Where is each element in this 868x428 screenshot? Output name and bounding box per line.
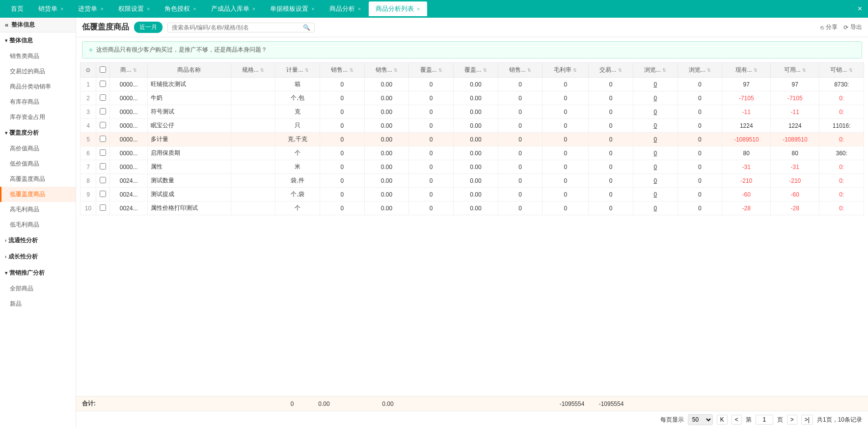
sidebar-item-capital[interactable]: 库存资金占用 bbox=[0, 110, 76, 125]
row-checkbox-input[interactable] bbox=[100, 191, 106, 197]
close-icon[interactable]: × bbox=[358, 6, 361, 12]
row-browse1[interactable]: 0 bbox=[633, 146, 678, 160]
col-available[interactable]: 可用... ⇅ bbox=[771, 63, 819, 78]
sidebar-item-sales-goods[interactable]: 销售类商品 bbox=[0, 49, 76, 64]
row-checkbox[interactable] bbox=[96, 119, 110, 133]
tab-home[interactable]: 首页 bbox=[4, 1, 30, 16]
close-icon[interactable]: × bbox=[193, 6, 196, 12]
close-icon[interactable]: × bbox=[252, 6, 255, 12]
row-checkbox-input[interactable] bbox=[100, 136, 106, 142]
row-checkbox-input[interactable] bbox=[100, 204, 106, 211]
col-browse1[interactable]: 浏览... ⇅ bbox=[633, 63, 678, 78]
row-browse1[interactable]: 0 bbox=[633, 188, 678, 201]
row-browse1[interactable]: 0 bbox=[633, 91, 678, 105]
row-checkbox[interactable] bbox=[96, 188, 110, 201]
share-button[interactable]: ⎋ 分享 bbox=[820, 23, 838, 31]
tab-finished-goods[interactable]: 产成品入库单 × bbox=[204, 1, 262, 16]
col-current-stock[interactable]: 现有... ⇅ bbox=[722, 63, 771, 78]
row-browse1[interactable]: 0 bbox=[633, 160, 678, 174]
tab-sales[interactable]: 销货单 × bbox=[31, 1, 70, 16]
sidebar-item-all-goods[interactable]: 全部商品 bbox=[0, 281, 76, 296]
sidebar-section-flow[interactable]: › 流通性分析 bbox=[0, 232, 76, 249]
page-number-input[interactable] bbox=[756, 415, 773, 425]
col-sales-days[interactable]: 销售... ⇅ bbox=[498, 63, 542, 78]
first-page-button[interactable]: K bbox=[717, 415, 728, 425]
gear-icon[interactable]: ⚙ bbox=[85, 67, 91, 74]
page-size-select[interactable]: 50 100 200 bbox=[688, 414, 713, 425]
sidebar-section-coverage[interactable]: ▾ 覆盖度分析 bbox=[0, 125, 76, 141]
tab-doc-template[interactable]: 单据模板设置 × bbox=[263, 1, 321, 16]
col-coverage1[interactable]: 覆盖... ⇅ bbox=[409, 63, 454, 78]
col-coverage2[interactable]: 覆盖... ⇅ bbox=[454, 63, 498, 78]
close-icon[interactable]: × bbox=[147, 6, 150, 12]
row-checkbox-input[interactable] bbox=[100, 108, 106, 114]
sidebar-item-low-coverage[interactable]: 低覆盖度商品 bbox=[0, 187, 76, 202]
close-all-tabs-button[interactable]: × bbox=[856, 2, 864, 15]
close-icon[interactable]: × bbox=[60, 6, 63, 12]
sidebar-item-low-value[interactable]: 低价值商品 bbox=[0, 156, 76, 171]
col-spec[interactable]: 规格... ⇅ bbox=[231, 63, 275, 78]
sidebar-item-high-value[interactable]: 高价值商品 bbox=[0, 141, 76, 156]
col-browse2[interactable]: 浏览... ⇅ bbox=[678, 63, 722, 78]
sidebar-section-growth[interactable]: › 成长性分析 bbox=[0, 249, 76, 265]
close-icon[interactable]: × bbox=[100, 6, 103, 12]
export-button[interactable]: ⟳ 导出 bbox=[843, 23, 862, 31]
row-checkbox[interactable] bbox=[96, 78, 110, 91]
tab-purchase[interactable]: 进货单 × bbox=[71, 1, 110, 16]
col-sellable[interactable]: 可销... ⇅ bbox=[819, 63, 864, 78]
row-checkbox[interactable] bbox=[96, 133, 110, 146]
period-button[interactable]: 近一月 bbox=[134, 22, 163, 33]
row-browse1[interactable]: 0 bbox=[633, 119, 678, 133]
tab-role-auth[interactable]: 角色授权 × bbox=[158, 1, 203, 16]
sidebar-section-marketing[interactable]: ▾ 营销推广分析 bbox=[0, 265, 76, 281]
row-checkbox-input[interactable] bbox=[100, 177, 106, 183]
row-checkbox[interactable] bbox=[96, 105, 110, 119]
sidebar-item-high-profit[interactable]: 高毛利商品 bbox=[0, 202, 76, 217]
row-checkbox-input[interactable] bbox=[100, 81, 106, 87]
row-checkbox[interactable] bbox=[96, 146, 110, 160]
row-checkbox-input[interactable] bbox=[100, 149, 106, 156]
search-icon[interactable]: 🔍 bbox=[303, 24, 310, 31]
col-sales-qty[interactable]: 销售... ⇅ bbox=[320, 63, 364, 78]
row-browse1[interactable]: 0 bbox=[633, 174, 678, 188]
tab-permissions[interactable]: 权限设置 × bbox=[111, 1, 157, 16]
row-checkbox-input[interactable] bbox=[100, 122, 106, 128]
last-page-button[interactable]: >| bbox=[801, 415, 813, 425]
close-icon[interactable]: × bbox=[417, 6, 420, 12]
tab-goods-analysis[interactable]: 商品分析 × bbox=[323, 1, 368, 16]
col-transaction[interactable]: 交易... ⇅ bbox=[589, 63, 633, 78]
sidebar-item-category-turnover[interactable]: 商品分类动销率 bbox=[0, 79, 76, 94]
row-coverage2: 0.00 bbox=[454, 188, 498, 201]
row-code: 0024... bbox=[110, 188, 148, 201]
row-spec bbox=[231, 78, 275, 91]
sidebar-collapse-button[interactable]: « bbox=[5, 21, 8, 29]
col-sales-amt[interactable]: 销售... ⇅ bbox=[364, 63, 409, 78]
row-checkbox[interactable] bbox=[96, 160, 110, 174]
tab-goods-analysis-list[interactable]: 商品分析列表 × bbox=[369, 1, 427, 16]
row-browse1[interactable]: 0 bbox=[633, 105, 678, 119]
col-code[interactable]: 商... ⇅ bbox=[110, 63, 148, 78]
row-checkbox-input[interactable] bbox=[100, 163, 106, 170]
close-icon[interactable]: × bbox=[311, 6, 314, 12]
sidebar-section-overall[interactable]: ▾ 整体信息 bbox=[0, 32, 76, 49]
sidebar-item-high-coverage[interactable]: 高覆盖度商品 bbox=[0, 171, 76, 187]
sidebar-item-has-stock[interactable]: 有库存商品 bbox=[0, 94, 76, 110]
row-browse1[interactable]: 0 bbox=[633, 201, 678, 215]
col-gross-margin[interactable]: 毛利率 ⇅ bbox=[542, 63, 589, 78]
row-checkbox[interactable] bbox=[96, 91, 110, 105]
col-unit[interactable]: 计量... ⇅ bbox=[275, 63, 320, 78]
next-page-button[interactable]: > bbox=[787, 415, 797, 425]
sidebar-item-new-goods[interactable]: 新品 bbox=[0, 296, 76, 312]
row-browse1[interactable]: 0 bbox=[633, 133, 678, 146]
row-sales-amt: 0.00 bbox=[364, 160, 409, 174]
search-input[interactable] bbox=[172, 24, 301, 31]
select-all-checkbox[interactable] bbox=[100, 66, 106, 73]
sidebar-item-low-profit[interactable]: 低毛利商品 bbox=[0, 217, 76, 232]
row-checkbox-input[interactable] bbox=[100, 94, 106, 101]
sidebar-item-traded-goods[interactable]: 交易过的商品 bbox=[0, 64, 76, 79]
prev-page-button[interactable]: < bbox=[732, 415, 742, 425]
col-settings[interactable]: ⚙ bbox=[81, 63, 96, 78]
row-checkbox[interactable] bbox=[96, 174, 110, 188]
row-checkbox[interactable] bbox=[96, 201, 110, 215]
row-browse1[interactable]: 0 bbox=[633, 78, 678, 91]
